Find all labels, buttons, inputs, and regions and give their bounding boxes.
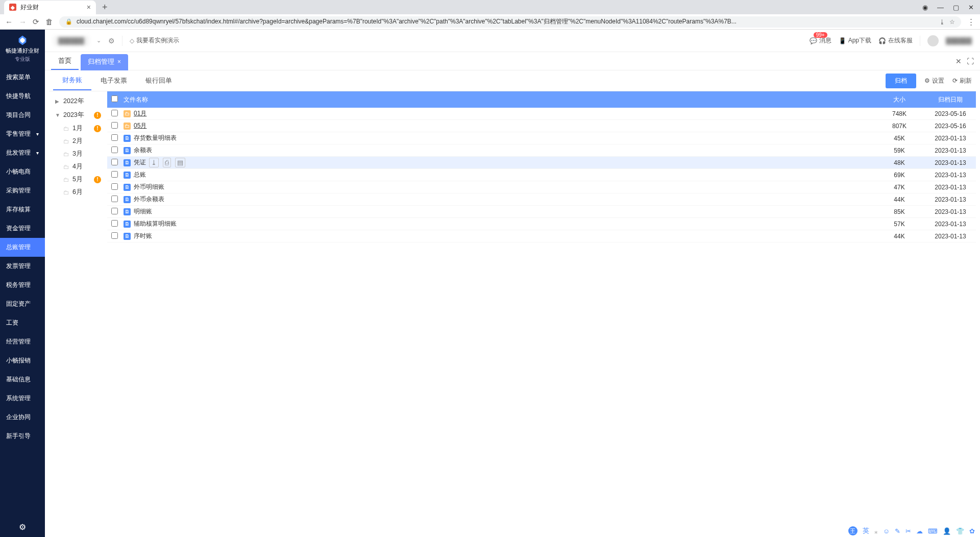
username[interactable]: ██████ (946, 37, 972, 44)
ime-icon[interactable]: 王 (848, 526, 857, 535)
menu-icon[interactable]: ⋮ (967, 17, 975, 27)
table-row[interactable]: 🗎辅助核算明细账⤓⎙▤57K2023-01-13 (107, 218, 976, 230)
refresh-button[interactable]: ⟳刷新 (952, 77, 972, 85)
sidebar-item[interactable]: 资金管理 (0, 219, 45, 238)
row-checkbox[interactable] (111, 196, 118, 202)
subtab-einvoice[interactable]: 电子发票 (91, 71, 136, 90)
tab-close-icon[interactable]: × (117, 58, 121, 65)
tree-month[interactable]: 🗀2月 (51, 135, 105, 148)
file-name[interactable]: 01月 (134, 109, 146, 118)
sidebar-item[interactable]: 固定资产 (0, 295, 45, 313)
chevron-down-icon[interactable]: ⌄ (96, 37, 101, 44)
back-button[interactable]: ← (5, 17, 13, 26)
online-service-button[interactable]: 🎧 在线客服 (878, 36, 913, 45)
ime-lang[interactable]: 英 (863, 526, 869, 535)
tree-month[interactable]: 🗀4月 (51, 160, 105, 173)
tb-edit-icon[interactable]: ✎ (895, 527, 900, 535)
row-checkbox[interactable] (111, 110, 118, 116)
sidebar-item[interactable]: 项目合同 (0, 106, 45, 125)
table-row[interactable]: 🗎序时账⤓⎙▤44K2023-01-13 (107, 230, 976, 242)
row-checkbox[interactable] (111, 147, 118, 153)
sidebar-settings-button[interactable]: ⚙ (0, 517, 45, 537)
sidebar-item[interactable]: 快捷导航 (0, 87, 45, 106)
tb-keyboard-icon[interactable]: ⌨ (928, 527, 938, 535)
row-checkbox[interactable] (111, 232, 118, 239)
maximize-icon[interactable]: ▢ (953, 4, 959, 11)
table-row[interactable]: 🗎总账⤓⎙▤69K2023-01-13 (107, 169, 976, 181)
fullscreen-icon[interactable]: ⛶ (967, 57, 974, 65)
url-field[interactable]: 🔒 cloud.chanjet.com/cc/u6d89qwnryel/57bf… (59, 16, 961, 28)
row-checkbox[interactable] (111, 159, 118, 165)
archive-button[interactable]: 归档 (886, 74, 916, 88)
file-name[interactable]: 05月 (134, 121, 146, 130)
sidebar-item[interactable]: 发票管理 (0, 257, 45, 276)
table-row[interactable]: 🗎外币余额表⤓⎙▤44K2023-01-13 (107, 193, 976, 206)
minimize-icon[interactable]: — (937, 4, 944, 11)
sidebar-item[interactable]: 批发管理▾ (0, 143, 45, 162)
subtab-bank[interactable]: 银行回单 (136, 71, 181, 90)
table-row[interactable]: 🗎存货数量明细表⤓⎙▤45K2023-01-13 (107, 132, 976, 144)
install-icon[interactable]: ⭳ (939, 18, 945, 26)
sidebar-item[interactable]: 税务管理 (0, 276, 45, 295)
sidebar-item[interactable]: 小畅报销 (0, 351, 45, 370)
account-selector[interactable]: ██████ (53, 36, 89, 46)
tree-month[interactable]: 🗀1月! (51, 122, 105, 135)
sidebar-item[interactable]: 搜索菜单 (0, 68, 45, 87)
browser-tab[interactable]: ◆ 好业财 × (4, 1, 96, 14)
demo-link[interactable]: 我要看实例演示 (130, 36, 179, 45)
print-icon[interactable]: ⎙ (163, 158, 171, 167)
app-download-button[interactable]: 📱 App下载 (839, 36, 871, 45)
sidebar-item[interactable]: 零售管理▾ (0, 125, 45, 143)
view-icon[interactable]: ▤ (175, 158, 185, 167)
sidebar-item[interactable]: 采购管理 (0, 181, 45, 200)
close-window-icon[interactable]: ✕ (968, 4, 974, 11)
sidebar-item[interactable]: 库存核算 (0, 200, 45, 219)
settings-button[interactable]: ⚙设置 (924, 77, 944, 85)
tab-close-icon[interactable]: × (87, 3, 91, 11)
tab-archive[interactable]: 归档管理 × (81, 54, 128, 70)
row-checkbox[interactable] (111, 134, 118, 141)
forward-button[interactable]: → (19, 17, 27, 26)
star-icon[interactable]: ☆ (949, 18, 955, 26)
sidebar-item[interactable]: 总账管理 (0, 238, 45, 257)
new-tab-button[interactable]: + (98, 2, 112, 13)
sidebar-item[interactable]: 企业协同 (0, 408, 45, 427)
tb-smile-icon[interactable]: ☺ (883, 527, 890, 535)
select-all-checkbox[interactable] (111, 95, 118, 102)
tree-month[interactable]: 🗀5月! (51, 173, 105, 186)
tb-scissors-icon[interactable]: ✂ (905, 527, 911, 535)
tree-month[interactable]: 🗀3月 (51, 148, 105, 160)
subtab-finance[interactable]: 财务账 (53, 71, 91, 90)
tb-cloud-icon[interactable]: ☁ (916, 527, 923, 535)
table-row[interactable]: 🗎凭证⤓⎙▤48K2023-01-13 (107, 157, 976, 169)
sidebar-item[interactable]: 系统管理 (0, 389, 45, 408)
row-checkbox[interactable] (111, 208, 118, 214)
incognito-icon[interactable]: ◉ (922, 4, 928, 11)
download-icon[interactable]: ⤓ (149, 158, 159, 167)
table-row[interactable]: 🗎余额表⤓⎙▤59K2023-01-13 (107, 144, 976, 157)
row-checkbox[interactable] (111, 183, 118, 190)
tb-settings-icon[interactable]: ✿ (969, 527, 975, 535)
sidebar-item[interactable]: 基础信息 (0, 370, 45, 389)
tree-month[interactable]: 🗀6月 (51, 186, 105, 199)
tb-shirt-icon[interactable]: 👕 (956, 527, 964, 535)
avatar[interactable] (927, 35, 939, 46)
tb-icon[interactable]: ⁎ (874, 527, 878, 535)
table-row[interactable]: 🗀05月⤓⎙▤807K2023-05-16 (107, 120, 976, 132)
sidebar-item[interactable]: 经营管理 (0, 332, 45, 351)
row-checkbox[interactable] (111, 171, 118, 178)
tb-person-icon[interactable]: 👤 (943, 527, 951, 535)
sidebar-item[interactable]: 新手引导 (0, 427, 45, 446)
close-all-icon[interactable]: ✕ (955, 57, 962, 65)
tree-year-2023[interactable]: ▼ 2023年 ! (51, 108, 105, 122)
delete-icon[interactable]: 🗑 (45, 17, 53, 26)
tree-year-2022[interactable]: ▶ 2022年 (51, 94, 105, 108)
table-row[interactable]: 🗀01月⤓⎙▤748K2023-05-16 (107, 108, 976, 120)
row-checkbox[interactable] (111, 122, 118, 129)
table-row[interactable]: 🗎明细账⤓⎙▤85K2023-01-13 (107, 206, 976, 218)
gear-icon[interactable]: ⚙ (108, 37, 115, 45)
message-button[interactable]: 99+ 💬 消息 (810, 36, 831, 45)
table-row[interactable]: 🗎外币明细账⤓⎙▤47K2023-01-13 (107, 181, 976, 193)
sidebar-item[interactable]: 小畅电商 (0, 162, 45, 181)
reload-button[interactable]: ⟳ (33, 17, 39, 27)
